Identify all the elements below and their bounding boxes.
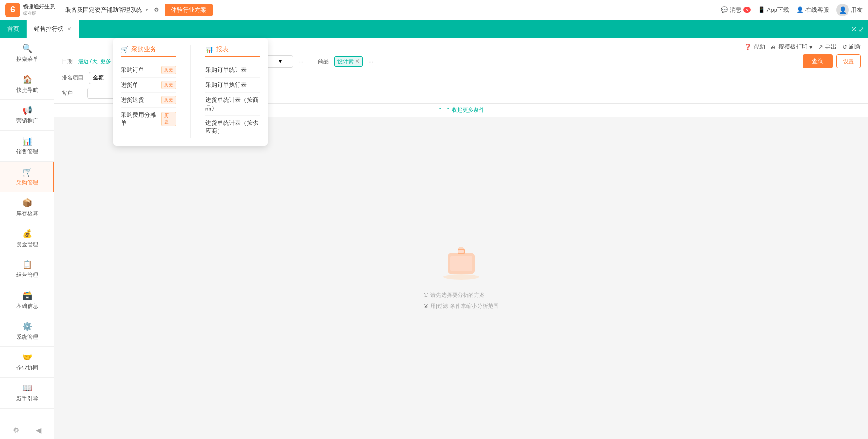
report-section-icon: 📊: [205, 46, 213, 53]
app-download-item[interactable]: 📱 App下载: [758, 6, 789, 14]
help-button[interactable]: ❓ 帮助: [744, 43, 765, 51]
purchase-order-history: 历史: [161, 66, 176, 74]
expand-icon[interactable]: ⤢: [858, 25, 864, 34]
search-icon: 🔍: [22, 44, 32, 54]
tab-sales-ranking[interactable]: 销售排行榜 ✕: [27, 20, 79, 38]
report-section-label: 报表: [216, 45, 229, 54]
incoming-order-item[interactable]: 进货单 历史: [121, 78, 176, 93]
settings-icon[interactable]: ⚙: [154, 6, 159, 13]
sidebar-item-operations[interactable]: 📋 经营管理: [0, 254, 54, 285]
return-goods-item[interactable]: 进货退货 历史: [121, 93, 176, 108]
tab-bar: 首页 销售排行榜 ✕ ✕ ⤢: [0, 20, 868, 38]
sidebar-item-basic[interactable]: 🗃️ 基础信息: [0, 285, 54, 316]
print-chevron-icon: ▾: [809, 44, 813, 50]
print-label: 按模板打印: [778, 43, 808, 51]
messages-badge: 5: [743, 7, 751, 13]
empty-state: ①请先选择要分析的方案 ②用[过滤]条件来缩小分析范围: [54, 117, 868, 439]
help-icon: ❓: [744, 44, 751, 50]
app-download-label: App下载: [767, 6, 789, 14]
purchase-section-label: 采购业务: [131, 45, 156, 54]
marketing-icon: 📢: [22, 105, 32, 115]
date-more-btn[interactable]: 更多: [100, 58, 111, 65]
svg-point-0: [443, 274, 479, 280]
sidebar-item-guide[interactable]: 📖 新手引导: [0, 378, 54, 409]
incoming-stats-goods-item[interactable]: 进货单统计表（按商品）: [205, 93, 261, 116]
user-item[interactable]: 👤 用友: [836, 4, 863, 16]
svg-rect-2: [450, 256, 472, 271]
sidebar-collapse-icon[interactable]: ◀: [36, 426, 41, 434]
sidebar-settings-icon[interactable]: ⚙: [13, 426, 19, 434]
basic-icon: 🗃️: [22, 291, 32, 301]
goods-tag-remove[interactable]: ✕: [355, 58, 360, 64]
section-divider: [190, 45, 191, 138]
online-service-item[interactable]: 👤 在线客服: [796, 6, 829, 14]
chevron-down-icon[interactable]: ▾: [146, 7, 148, 13]
system-title: 装备及固定资产辅助管理系统 ▾ ⚙: [60, 6, 159, 14]
tab-home-label: 首页: [7, 25, 19, 33]
expense-alloc-item[interactable]: 采购费用分摊单 历史: [121, 108, 176, 130]
industry-button[interactable]: 体验行业方案: [165, 4, 213, 16]
user-name: 用友: [851, 6, 863, 14]
export-label: 导出: [825, 43, 837, 51]
refresh-icon: ↺: [842, 44, 847, 50]
purchase-order-exec-item[interactable]: 采购订单执行表: [205, 78, 261, 93]
sidebar-item-system[interactable]: ⚙️ 系统管理: [0, 316, 54, 347]
sidebar-item-purchase[interactable]: 🛒 采购管理: [0, 162, 54, 192]
guide-icon: 📖: [22, 383, 32, 393]
refresh-button[interactable]: ↺ 刷新: [842, 43, 861, 51]
sidebar-item-coop[interactable]: 🤝 企业协同: [0, 347, 54, 378]
query-button[interactable]: 查询: [803, 54, 833, 68]
goods-tag-value: 设计素: [337, 58, 354, 65]
home-icon: 🏠: [22, 74, 32, 84]
online-service-label: 在线客服: [805, 6, 829, 14]
purchase-order-stats-label: 采购订单统计表: [205, 66, 247, 74]
system-icon: ⚙️: [22, 321, 32, 331]
sidebar-item-marketing-label: 营销推广: [16, 117, 38, 125]
empty-illustration: [439, 244, 484, 281]
empty-tips: ①请先选择要分析的方案 ②用[过滤]条件来缩小分析范围: [424, 290, 499, 311]
collapse-icon: ⌃: [438, 107, 443, 113]
export-button[interactable]: ↗ 导出: [818, 43, 837, 51]
messages-item[interactable]: 💬 消息 5: [721, 6, 751, 14]
phone-icon: 📱: [758, 6, 765, 13]
sidebar-item-marketing[interactable]: 📢 营销推广: [0, 100, 54, 131]
sidebar-item-search[interactable]: 🔍 搜索菜单: [0, 38, 54, 69]
rank-label: 排名项目: [62, 74, 83, 82]
status-dots: ···: [298, 58, 303, 65]
setting-button[interactable]: 设置: [836, 54, 861, 68]
close-window-icon[interactable]: ✕: [851, 25, 857, 34]
incoming-order-history: 历史: [161, 81, 176, 89]
sidebar-item-inventory[interactable]: 📦 库存核算: [0, 192, 54, 223]
sidebar-item-finance[interactable]: 💰 资金管理: [0, 223, 54, 254]
customer-label: 客户: [62, 89, 73, 97]
action-buttons: 查询 设置: [803, 54, 861, 68]
avatar: 👤: [836, 4, 849, 16]
operations-icon: 📋: [22, 260, 32, 270]
purchase-section-icon: 🛒: [121, 46, 128, 53]
purchase-order-stats-item[interactable]: 采购订单统计表: [205, 63, 261, 78]
close-tab-icon[interactable]: ✕: [67, 26, 72, 32]
purchase-section-title: 🛒 采购业务: [121, 45, 176, 57]
messages-label: 消息: [730, 6, 741, 14]
sidebar-item-quick[interactable]: 🏠 快捷导航: [0, 69, 54, 100]
incoming-stats-supplier-item[interactable]: 进货单统计表（按供应商）: [205, 116, 261, 138]
refresh-label: 刷新: [849, 43, 861, 51]
report-section-title: 📊 报表: [205, 45, 261, 57]
top-bar: 6 畅捷通好生意 标准版 装备及固定资产辅助管理系统 ▾ ⚙ 体验行业方案 💬 …: [0, 0, 868, 20]
incoming-stats-goods-label: 进货单统计表（按商品）: [205, 96, 261, 112]
sidebar-item-purchase-label: 采购管理: [16, 179, 38, 187]
date-recent7-btn[interactable]: 最近7天: [78, 58, 98, 65]
help-label: 帮助: [753, 43, 765, 51]
date-label: 日期: [62, 58, 73, 65]
print-template-button[interactable]: 🖨 按模板打印 ▾: [770, 43, 813, 51]
purchase-order-item[interactable]: 采购订单 历史: [121, 63, 176, 78]
purchase-icon: 🛒: [22, 167, 32, 177]
inventory-icon: 📦: [22, 198, 32, 208]
status-select-arrow: ▾: [279, 58, 282, 64]
empty-tip-2: 用[过滤]条件来缩小分析范围: [430, 303, 499, 309]
finance-icon: 💰: [22, 229, 32, 239]
dropdown-panel: 🛒 采购业务 采购订单 历史 进货单 历史 进货退货 历史 采购费用分摊单 历史: [113, 38, 268, 146]
tab-home[interactable]: 首页: [0, 20, 27, 38]
sales-icon: 📊: [22, 136, 32, 146]
sidebar-item-sales[interactable]: 📊 销售管理: [0, 131, 54, 162]
